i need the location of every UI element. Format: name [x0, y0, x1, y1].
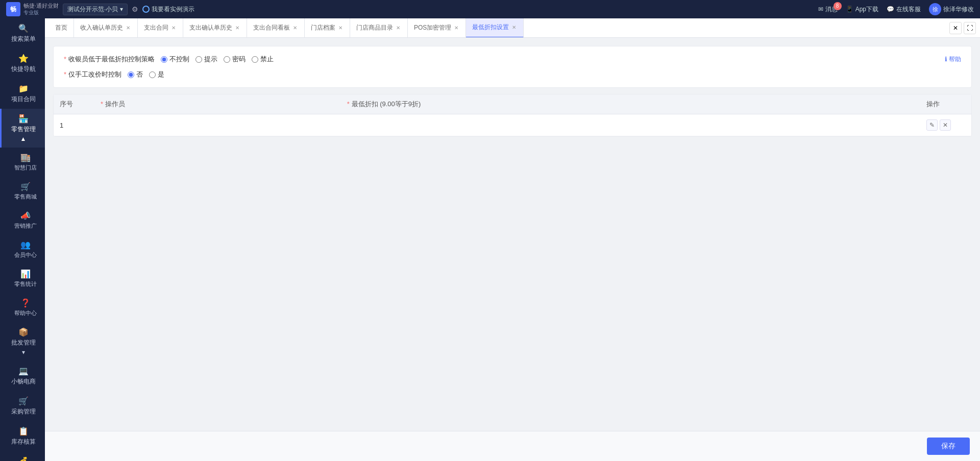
header-right: ✉ 消息 8 📱 App下载 💬 在线客服 徐 徐泽华修改 [818, 3, 974, 15]
sidebar-label-batch: 批发管理 [11, 338, 36, 347]
radio-forbidden-input[interactable] [252, 56, 258, 63]
row-delete-btn[interactable]: ✕ [940, 119, 951, 131]
sidebar-item-smart-store[interactable]: 🏬 智慧门店 [0, 148, 45, 177]
radio-forbidden[interactable]: 禁止 [252, 55, 274, 64]
service-icon: 💬 [887, 6, 894, 13]
cashier-policy-radio-group: 不控制 提示 密码 禁止 [161, 55, 274, 64]
radio-manual-yes-input[interactable] [149, 71, 156, 78]
radio-manual-yes-label: 是 [158, 70, 164, 79]
tab-payment-contract[interactable]: 支出合同 ✕ [138, 18, 183, 38]
help-link-text: 帮助 [949, 56, 961, 63]
tab-store-file-close[interactable]: ✕ [337, 25, 344, 31]
sidebar-item-shortcut[interactable]: ⭐ 快捷导航 [0, 48, 45, 79]
radio-manual-yes[interactable]: 是 [149, 70, 164, 79]
sidebar-item-inventory[interactable]: 📋 库存核算 [0, 421, 45, 451]
tab-expand-btn[interactable]: ⛶ [964, 22, 976, 34]
tab-income-confirm-close[interactable]: ✕ [125, 25, 131, 31]
tab-min-discount[interactable]: 最低折扣设置 ✕ [466, 18, 524, 38]
logo-area: 畅 畅捷·通好业财 专业版 [6, 2, 59, 16]
tab-pos-password-label: POS加密管理 [414, 23, 451, 32]
sidebar-item-mall[interactable]: 🛒 零售商城 [0, 177, 45, 206]
tab-min-discount-close[interactable]: ✕ [511, 24, 517, 31]
manual-control-radio-group: 否 是 [128, 70, 164, 79]
radio-no-control-label: 不控制 [169, 55, 189, 64]
sidebar-label-inventory: 库存核算 [11, 438, 36, 446]
app-download-btn[interactable]: 📱 App下载 [846, 5, 878, 14]
sidebar-item-member[interactable]: 👥 会员中心 [0, 235, 45, 264]
cashier-policy-row: 收银员低于最低折扣控制策略 不控制 提示 密码 [64, 55, 961, 64]
sidebar-label-ecommerce: 小畅电商 [11, 377, 36, 386]
sidebar-item-finance[interactable]: 💰 资金管理 [0, 451, 45, 461]
user-btn[interactable]: 徐 徐泽华修改 [929, 3, 974, 15]
form-section: 收银员低于最低折扣控制策略 不控制 提示 密码 [53, 46, 972, 88]
project-selector[interactable]: 测试分开示范·小贝 ▾ [63, 4, 128, 15]
avatar: 徐 [929, 3, 941, 15]
radio-no-control[interactable]: 不控制 [161, 55, 189, 64]
tab-income-confirm[interactable]: 收入确认单历史 ✕ [74, 18, 138, 38]
project-name: 测试分开示范·小贝 [67, 5, 118, 14]
search-icon: 🔍 [18, 23, 29, 33]
manual-control-label: 仅手工改价时控制 [64, 70, 121, 79]
radio-password-input[interactable] [224, 56, 230, 63]
save-button[interactable]: 保存 [927, 438, 970, 455]
tab-bar: 首页 收入确认单历史 ✕ 支出合同 ✕ 支出确认单历史 ✕ 支出合同看板 ✕ 门… [45, 18, 980, 38]
member-icon: 👥 [20, 240, 31, 250]
cashier-policy-label: 收银员低于最低折扣控制策略 [64, 55, 155, 64]
tab-payment-confirm[interactable]: 支出确认单历史 ✕ [183, 18, 247, 38]
tab-payment-board[interactable]: 支出合同看板 ✕ [247, 18, 305, 38]
purchase-icon: 🛒 [18, 396, 29, 406]
sidebar-item-search[interactable]: 🔍 搜索菜单 [0, 18, 45, 48]
help-link[interactable]: ℹ 帮助 [945, 55, 961, 64]
radio-prompt[interactable]: 提示 [195, 55, 217, 64]
demo-link-text: 我要看实例演示 [152, 5, 194, 14]
table-row: 1 ✎ ✕ [54, 114, 971, 136]
logo-line2: 专业版 [23, 10, 59, 16]
tab-payment-contract-close[interactable]: ✕ [170, 25, 177, 31]
sidebar-item-retail[interactable]: 🏪 零售管理 ▲ [0, 109, 45, 148]
sidebar-label-retail: 零售管理 [11, 125, 36, 134]
tab-pos-password[interactable]: POS加密管理 ✕ [408, 18, 466, 38]
logo-text: 畅捷·通好业财 专业版 [23, 3, 59, 15]
tab-pos-password-close[interactable]: ✕ [453, 25, 459, 31]
radio-prompt-input[interactable] [195, 56, 202, 63]
row-seq: 1 [54, 114, 94, 136]
tab-payment-confirm-label: 支出确认单历史 [189, 23, 232, 32]
sidebar-label-retail-stat: 零售统计 [14, 280, 37, 288]
sidebar-item-batch[interactable]: 📦 批发管理 ▾ [0, 322, 45, 361]
radio-prompt-label: 提示 [204, 55, 217, 64]
sidebar-item-ecommerce[interactable]: 💻 小畅电商 [0, 361, 45, 391]
sidebar-item-help[interactable]: ❓ 帮助中心 [0, 293, 45, 322]
row-actions: ✎ ✕ [920, 114, 971, 136]
radio-manual-no[interactable]: 否 [128, 70, 143, 79]
demo-link[interactable]: 我要看实例演示 [142, 5, 194, 14]
radio-no-control-input[interactable] [161, 56, 167, 63]
sidebar-label-shortcut: 快捷导航 [11, 65, 36, 74]
tab-payment-board-close[interactable]: ✕ [292, 25, 298, 31]
inventory-icon: 📋 [18, 426, 29, 436]
sidebar-item-retail-stat[interactable]: 📊 零售统计 [0, 264, 45, 293]
sidebar-item-project[interactable]: 📁 项目合同 [0, 79, 45, 109]
message-btn[interactable]: ✉ 消息 8 [818, 5, 838, 14]
sidebar-label-search: 搜索菜单 [11, 35, 36, 43]
tab-store-goods[interactable]: 门店商品目录 ✕ [350, 18, 408, 38]
mall-icon: 🛒 [20, 182, 31, 191]
tab-min-discount-label: 最低折扣设置 [472, 23, 509, 32]
tab-home-label: 首页 [55, 23, 67, 32]
radio-manual-no-input[interactable] [128, 71, 134, 78]
tab-payment-board-label: 支出合同看板 [253, 23, 290, 32]
table-head: 序号 * 操作员 * 最低折扣 (9.00等于9折) 操作 [54, 94, 971, 114]
row-edit-btn[interactable]: ✎ [926, 119, 938, 131]
tab-store-file[interactable]: 门店档案 ✕ [305, 18, 350, 38]
tab-home[interactable]: 首页 [49, 18, 74, 38]
message-badge: 8 [834, 2, 842, 10]
tab-store-goods-close[interactable]: ✕ [395, 25, 401, 31]
sidebar-item-marketing[interactable]: 📣 营销推广 [0, 206, 45, 235]
header-settings-icon[interactable]: ⚙ [132, 5, 138, 13]
sidebar-label-marketing: 营销推广 [14, 222, 37, 230]
tab-payment-confirm-close[interactable]: ✕ [234, 25, 240, 31]
online-service-btn[interactable]: 💬 在线客服 [887, 5, 921, 14]
tab-close-btn[interactable]: ✕ [949, 22, 962, 34]
sidebar-item-purchase[interactable]: 🛒 采购管理 [0, 391, 45, 421]
radio-password[interactable]: 密码 [224, 55, 246, 64]
folder-icon: 📁 [18, 84, 29, 93]
